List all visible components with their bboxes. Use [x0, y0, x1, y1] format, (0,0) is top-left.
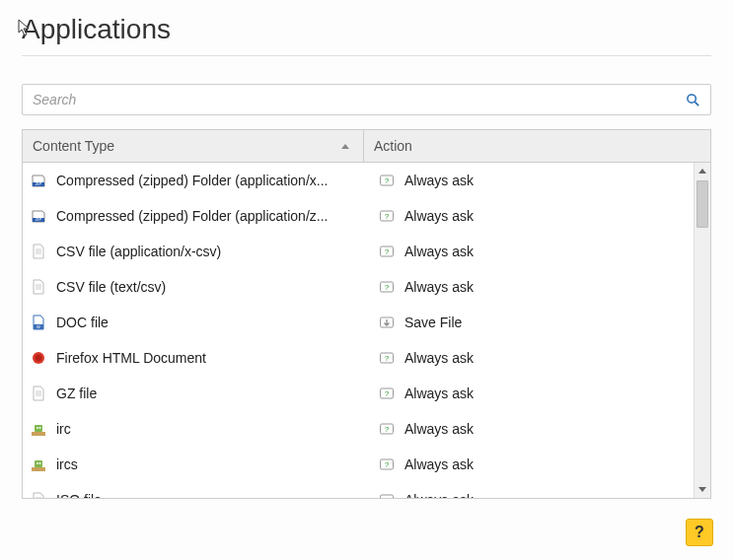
content-type-label: ircs [56, 456, 78, 472]
cell-content-type: ZIPCompressed (zipped) Folder (applicati… [23, 208, 363, 224]
action-icon: ? [379, 385, 395, 401]
svg-point-40 [37, 462, 38, 464]
svg-text:?: ? [385, 425, 390, 434]
svg-text:W: W [37, 324, 40, 329]
table-row[interactable]: ircs?Always ask [23, 447, 694, 482]
action-icon: ? [379, 350, 395, 366]
filetype-icon [31, 492, 46, 498]
content-type-label: DOC file [56, 315, 109, 330]
action-icon: ? [379, 456, 395, 472]
cell-content-type: CSV file (text/csv) [23, 279, 363, 295]
svg-text:?: ? [385, 247, 390, 256]
search-input[interactable] [23, 92, 675, 107]
cell-action[interactable]: Save File [363, 315, 694, 330]
help-button[interactable]: ? [686, 519, 713, 546]
vertical-scrollbar[interactable] [694, 163, 710, 498]
column-header-label: Action [374, 138, 412, 154]
svg-text:?: ? [385, 496, 390, 498]
content-type-label: CSV file (application/x-csv) [56, 244, 221, 259]
action-label: Always ask [404, 173, 474, 188]
table-row[interactable]: ZIPCompressed (zipped) Folder (applicati… [23, 198, 694, 234]
cell-action[interactable]: ?Always ask [363, 456, 694, 472]
table-body: ZIPCompressed (zipped) Folder (applicati… [23, 163, 694, 498]
filetype-icon [31, 279, 46, 295]
cell-content-type: GZ file [23, 385, 363, 401]
scroll-down-button[interactable] [695, 481, 710, 498]
column-header-label: Content Type [33, 138, 114, 154]
applications-table: Content Type Action ZIPCompressed (zippe… [22, 129, 711, 499]
cell-action[interactable]: ?Always ask [363, 350, 694, 366]
cell-action[interactable]: ?Always ask [363, 244, 694, 259]
action-icon: ? [379, 173, 395, 188]
action-icon: ? [379, 279, 395, 295]
svg-line-1 [695, 102, 698, 105]
svg-point-34 [37, 427, 38, 429]
content-type-label: Firefox HTML Document [56, 350, 206, 366]
svg-text:?: ? [385, 212, 390, 221]
svg-rect-38 [32, 467, 45, 471]
column-header-content-type[interactable]: Content Type [23, 130, 363, 162]
cell-action[interactable]: ?Always ask [363, 173, 694, 188]
table-row[interactable]: CSV file (text/csv)?Always ask [23, 269, 694, 305]
table-header: Content Type Action [23, 130, 710, 163]
content-type-label: CSV file (text/csv) [56, 279, 166, 295]
scroll-up-button[interactable] [695, 163, 710, 179]
content-type-label: Compressed (zipped) Folder (application/… [56, 208, 328, 224]
table-row[interactable]: CSV file (application/x-csv)?Always ask [23, 234, 694, 269]
table-row[interactable]: ISO file?Always ask [23, 482, 694, 498]
action-label: Always ask [404, 456, 474, 472]
action-label: Always ask [404, 208, 474, 224]
svg-text:?: ? [385, 283, 390, 292]
cell-content-type: CSV file (application/x-csv) [23, 244, 363, 259]
filetype-icon: ZIP [31, 173, 46, 188]
filetype-icon [31, 456, 46, 472]
content-type-label: Compressed (zipped) Folder (application/… [56, 173, 328, 188]
action-label: Always ask [404, 385, 474, 401]
filetype-icon [31, 244, 46, 259]
action-label: Always ask [404, 244, 474, 259]
table-row[interactable]: irc?Always ask [23, 411, 694, 447]
action-label: Always ask [404, 279, 474, 295]
svg-rect-39 [35, 460, 42, 467]
svg-text:ZIP: ZIP [36, 217, 42, 222]
action-label: Save File [404, 315, 462, 330]
action-label: Always ask [404, 421, 474, 437]
cell-action[interactable]: ?Always ask [363, 279, 694, 295]
cell-action[interactable]: ?Always ask [363, 492, 694, 498]
cell-content-type: WDOC file [23, 315, 363, 330]
svg-text:?: ? [385, 176, 390, 185]
search-icon[interactable] [675, 93, 710, 107]
cell-content-type: Firefox HTML Document [23, 350, 363, 366]
action-icon: ? [379, 421, 395, 437]
table-row[interactable]: Firefox HTML Document?Always ask [23, 340, 694, 376]
svg-text:ZIP: ZIP [36, 181, 42, 186]
search-box[interactable] [22, 84, 711, 115]
svg-rect-32 [32, 432, 45, 436]
table-row[interactable]: ZIPCompressed (zipped) Folder (applicati… [23, 163, 694, 198]
table-row[interactable]: GZ file?Always ask [23, 376, 694, 411]
filetype-icon: W [31, 315, 46, 330]
action-icon: ? [379, 244, 395, 259]
scroll-thumb[interactable] [696, 180, 708, 228]
filetype-icon [31, 350, 46, 366]
cell-content-type: ISO file [23, 492, 363, 498]
cell-action[interactable]: ?Always ask [363, 421, 694, 437]
action-icon: ? [379, 208, 395, 224]
cell-action[interactable]: ?Always ask [363, 385, 694, 401]
svg-text:?: ? [385, 389, 390, 398]
cell-content-type: ZIPCompressed (zipped) Folder (applicati… [23, 173, 363, 188]
content-type-label: ISO file [56, 492, 102, 498]
column-header-action[interactable]: Action [363, 130, 710, 162]
filetype-icon: ZIP [31, 208, 46, 224]
svg-point-24 [36, 355, 42, 362]
content-type-label: GZ file [56, 385, 97, 401]
action-label: Always ask [404, 350, 474, 366]
svg-point-0 [687, 94, 695, 102]
svg-text:?: ? [385, 354, 390, 363]
cell-action[interactable]: ?Always ask [363, 208, 694, 224]
filetype-icon [31, 421, 46, 437]
filetype-icon [31, 385, 46, 401]
page-title: Applications [22, 14, 711, 45]
table-row[interactable]: WDOC fileSave File [23, 305, 694, 340]
content-type-label: irc [56, 421, 71, 437]
